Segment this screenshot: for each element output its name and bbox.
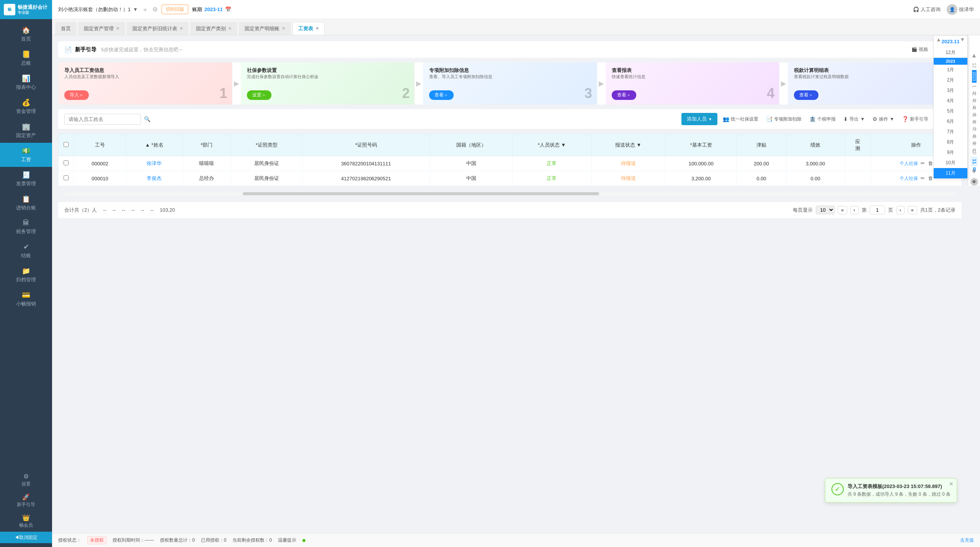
panel-month-1[interactable]: 1月	[971, 83, 977, 90]
account-selector[interactable]: 刘小艳演示账套（勿删勿动！）1 ▼	[58, 6, 138, 13]
tab-asset-category[interactable]: 固定资产类别 ✕	[190, 22, 237, 35]
panel-up-btn[interactable]: ▲	[970, 51, 979, 60]
sidebar-item-settings[interactable]: ⚙ 设置	[0, 470, 52, 490]
tab-close-icon[interactable]: ✕	[282, 26, 285, 31]
header-status[interactable]: *人员状态 ▼	[513, 134, 591, 156]
period-selector[interactable]: 账期 2023-11 📅	[192, 6, 231, 13]
social-insurance-btn[interactable]: 👥 统一社保设置	[720, 116, 761, 122]
step4-btn[interactable]: 查看＞	[612, 90, 636, 100]
prev-page-btn[interactable]: ‹	[850, 206, 859, 214]
personal-insurance-link-2[interactable]: 个人社保	[900, 176, 918, 181]
cal-month-10[interactable]: 10月	[934, 158, 967, 168]
go-recharge-btn[interactable]: 去充值	[960, 537, 974, 544]
horizontal-scrollbar[interactable]	[64, 192, 956, 195]
cal-month-7[interactable]: 7月	[934, 127, 967, 137]
cal-month-1[interactable]: 1月	[934, 65, 967, 75]
sidebar-item-reports[interactable]: 📊 报表中心	[0, 70, 52, 95]
calendar-icon[interactable]: 📅	[225, 7, 231, 12]
sidebar-item-assets[interactable]: 🏢 固定资产	[0, 119, 52, 143]
sidebar-item-archive[interactable]: 📁 归档管理	[0, 263, 52, 287]
step3-btn[interactable]: 查看＞	[429, 90, 454, 100]
header-name[interactable]: ▲ *姓名	[126, 134, 182, 156]
tab-depreciation[interactable]: 固定资产折旧统计表 ✕	[127, 22, 189, 35]
panel-month-2[interactable]: 2月	[971, 90, 977, 97]
per-page-select[interactable]: 10 20 50	[816, 206, 835, 214]
step1-btn[interactable]: 导入＞	[64, 90, 89, 100]
cal-month-4[interactable]: 4月	[934, 96, 967, 106]
add-employee-btn[interactable]: 添加人员 ▼	[681, 113, 717, 125]
guide-btn[interactable]: ❓ 新手引导	[900, 116, 931, 122]
panel-month-5[interactable]: 5月	[971, 111, 977, 119]
personal-insurance-link-1[interactable]: 个人社保	[900, 161, 918, 166]
search-input[interactable]	[64, 114, 141, 125]
operation-btn[interactable]: ⚙ 操作 ▼	[870, 116, 897, 122]
panel-year-2023[interactable]: 2023	[972, 70, 977, 82]
page-number-input[interactable]	[870, 206, 885, 214]
sidebar-item-home[interactable]: 🏠 首页	[0, 22, 52, 46]
panel-settings-btn[interactable]: ⚙	[970, 178, 978, 186]
first-page-btn[interactable]: «	[838, 206, 847, 214]
tab-home[interactable]: 首页	[55, 22, 77, 35]
row-checkbox-2[interactable]	[59, 171, 74, 186]
cal-month-11[interactable]: 11月	[934, 168, 967, 178]
panel-down-btn[interactable]: ▼	[970, 167, 979, 176]
search-icon[interactable]: 🔍	[144, 116, 150, 122]
row-checkbox-1[interactable]	[59, 156, 74, 171]
panel-month-3[interactable]: 3月	[971, 97, 977, 104]
sidebar-item-funds[interactable]: 💰 资金管理	[0, 95, 52, 119]
delete-btn-2[interactable]: 🗑	[928, 175, 933, 181]
user-profile-btn[interactable]: 👤 徐泽华	[947, 4, 974, 15]
cal-month-8[interactable]: 8月	[934, 137, 967, 147]
select-all-checkbox[interactable]	[64, 142, 69, 147]
cal-prev-btn[interactable]: ▲	[936, 36, 941, 47]
tab-fixed-assets[interactable]: 固定资产管理 ✕	[78, 22, 125, 35]
panel-month-4[interactable]: 4月	[971, 104, 977, 111]
cal-month-5[interactable]: 5月	[934, 106, 967, 116]
delete-btn-1[interactable]: 🗑	[928, 160, 933, 166]
ai-consult-btn[interactable]: 🎧 人工咨询	[913, 6, 941, 13]
tab-close-icon[interactable]: ✕	[315, 26, 319, 31]
edit-btn-1[interactable]: ✏	[921, 160, 925, 166]
sidebar-item-newguide[interactable]: 🚀 新手引导	[0, 490, 52, 511]
sidebar-item-purchase[interactable]: 📋 进销台账	[0, 191, 52, 215]
tab-asset-ledger[interactable]: 固定资产明细账 ✕	[239, 22, 291, 35]
step5-btn[interactable]: 查看＞	[794, 90, 818, 100]
tab-close-icon[interactable]: ✕	[180, 26, 183, 31]
sidebar-item-close[interactable]: ✔ 结账	[0, 239, 52, 263]
tab-close-icon[interactable]: ✕	[228, 26, 232, 31]
sidebar-item-ledger[interactable]: 📒 总账	[0, 46, 52, 70]
next-page-btn[interactable]: ›	[896, 206, 905, 214]
cal-month-3[interactable]: 3月	[934, 85, 967, 96]
sidebar-item-invoice[interactable]: 🧾 发票管理	[0, 167, 52, 191]
sidebar-item-member[interactable]: 👑 畅会员	[0, 511, 52, 532]
cal-month-2[interactable]: 2月	[934, 75, 967, 85]
panel-month-12[interactable]: 12月	[971, 60, 977, 70]
cancel-fixed-btn[interactable]: ◀取消固定	[0, 532, 52, 543]
toast-close-btn[interactable]: ✕	[949, 481, 954, 487]
cal-month-9[interactable]: 9月	[934, 147, 967, 158]
special-deduction-btn[interactable]: 📑 专项附加扣除	[764, 116, 804, 122]
export-btn[interactable]: ⬇ 导出 ▼	[841, 116, 867, 122]
scroll-thumb[interactable]	[243, 192, 599, 195]
add-account-btn[interactable]: ＋	[142, 5, 149, 14]
panel-month-8[interactable]: 8月	[971, 133, 977, 140]
step2-btn[interactable]: 设置＞	[247, 90, 271, 100]
tab-close-icon[interactable]: ✕	[116, 26, 119, 31]
account-dropdown-icon[interactable]: ▼	[133, 7, 138, 12]
cal-month-12[interactable]: 12月	[934, 47, 967, 58]
sidebar-item-tax[interactable]: 🏛 税务管理	[0, 215, 52, 239]
header-checkbox[interactable]	[59, 134, 74, 156]
cal-month-6[interactable]: 6月	[934, 116, 967, 127]
panel-month-9[interactable]: 9月	[971, 140, 977, 147]
panel-month-7[interactable]: 7月	[971, 126, 977, 133]
tab-payroll[interactable]: 工资表 ✕	[292, 22, 325, 35]
panel-month-10[interactable]: 10月	[971, 147, 977, 157]
video-link[interactable]: 🎬 视频	[911, 46, 928, 53]
settings-btn[interactable]: ⚙	[152, 6, 158, 13]
last-page-btn[interactable]: »	[908, 206, 917, 214]
edit-btn-2[interactable]: ✏	[921, 175, 925, 181]
old-version-btn[interactable]: 切到旧版	[162, 5, 188, 14]
sidebar-item-expense[interactable]: 💳 小畅报销	[0, 287, 52, 311]
tax-report-btn[interactable]: 🏦 个税申报	[807, 116, 838, 122]
sidebar-item-payroll[interactable]: 💵 工资	[0, 143, 52, 167]
